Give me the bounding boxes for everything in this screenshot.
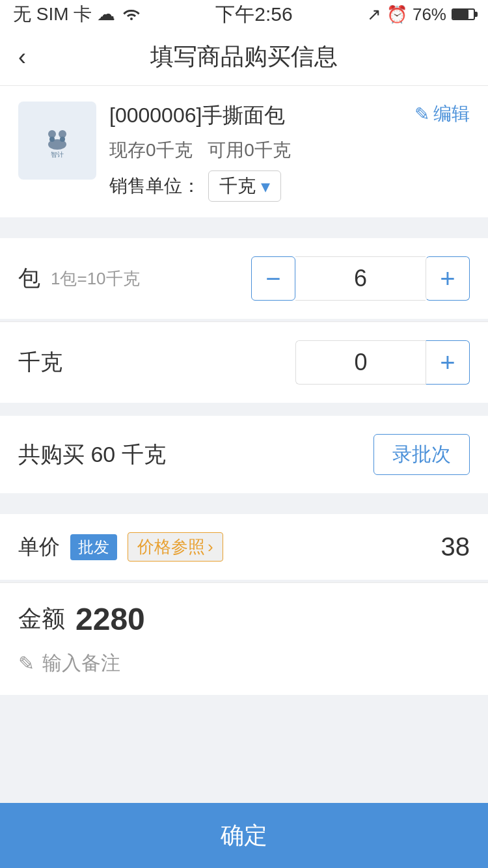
quantity-pack-section: 包 1包=10千克 − + xyxy=(0,238,488,319)
amount-label: 金额 xyxy=(18,603,65,635)
pack-label: 包 1包=10千克 xyxy=(18,264,140,293)
edit-icon: ✎ xyxy=(414,103,429,125)
kg-quantity-control: + xyxy=(295,340,470,385)
sim-status: 无 SIM 卡 ☁ xyxy=(13,2,115,27)
battery-icon xyxy=(452,8,475,20)
product-section: 智计 [0000006]手撕面包 现存0千克 可用0千克 销售单位： 千克 ▾ … xyxy=(0,86,488,217)
amount-section: 金额 2280 ✎ 输入备注 xyxy=(0,583,488,695)
price-reference-button[interactable]: 价格参照 › xyxy=(128,532,223,562)
section-divider-3 xyxy=(0,504,488,514)
batch-button[interactable]: 录批次 xyxy=(373,434,470,475)
quantity-kg-section: 千克 + xyxy=(0,322,488,403)
price-row: 单价 批发 价格参照 › 38 xyxy=(18,532,470,562)
chevron-right-icon: › xyxy=(208,537,213,557)
kg-quantity-input[interactable] xyxy=(295,340,426,385)
confirm-bar[interactable]: 确定 xyxy=(0,803,488,868)
alarm-icon: ⏰ xyxy=(386,5,407,25)
nav-bar: ‹ 填写商品购买信息 xyxy=(0,29,488,86)
status-bar: 无 SIM 卡 ☁ 下午2:56 ↗ ⏰ 76% xyxy=(0,0,488,29)
section-divider-2 xyxy=(0,405,488,416)
price-section: 单价 批发 价格参照 › 38 xyxy=(0,514,488,580)
pack-decrement-button[interactable]: − xyxy=(251,256,295,301)
price-batch-tag: 批发 xyxy=(70,534,117,560)
pack-hint: 1包=10千克 xyxy=(51,267,140,290)
section-divider-1 xyxy=(0,228,488,238)
pack-quantity-control: − + xyxy=(251,256,470,301)
pack-increment-button[interactable]: + xyxy=(426,256,470,301)
note-row[interactable]: ✎ 输入备注 xyxy=(18,650,470,677)
back-button[interactable]: ‹ xyxy=(18,44,26,71)
svg-point-3 xyxy=(49,137,55,142)
dropdown-icon: ▾ xyxy=(261,176,270,197)
battery-level: 76% xyxy=(413,5,446,25)
page-title: 填写商品购买信息 xyxy=(150,41,338,73)
product-stock: 现存0千克 可用0千克 xyxy=(109,138,470,163)
wifi-icon xyxy=(122,4,141,25)
confirm-button[interactable]: 确定 xyxy=(221,820,267,852)
unit-selector[interactable]: 千克 ▾ xyxy=(208,170,281,202)
status-left: 无 SIM 卡 ☁ xyxy=(13,2,141,27)
summary-section: 共购买 60 千克 录批次 xyxy=(0,416,488,493)
status-right: ↗ ⏰ 76% xyxy=(367,5,475,25)
quantity-pack-row: 包 1包=10千克 − + xyxy=(18,238,470,319)
kg-increment-button[interactable]: + xyxy=(426,340,470,385)
svg-point-4 xyxy=(60,137,65,142)
quantity-kg-row: 千克 + xyxy=(18,322,470,403)
status-time: 下午2:56 xyxy=(215,1,292,28)
pack-quantity-input[interactable] xyxy=(295,256,426,301)
price-label: 单价 xyxy=(18,533,60,562)
amount-row: 金额 2280 xyxy=(18,601,470,637)
edit-button[interactable]: ✎ 编辑 xyxy=(414,102,470,126)
product-thumbnail: 智计 xyxy=(18,102,96,180)
amount-value: 2280 xyxy=(75,601,145,637)
note-icon: ✎ xyxy=(18,652,34,675)
price-value: 38 xyxy=(441,532,470,562)
note-placeholder: 输入备注 xyxy=(42,650,120,677)
summary-text: 共购买 60 千克 xyxy=(18,440,166,470)
kg-label: 千克 xyxy=(18,347,62,377)
svg-text:智计: 智计 xyxy=(51,151,64,158)
location-icon: ↗ xyxy=(367,5,381,25)
product-unit-row: 销售单位： 千克 ▾ xyxy=(109,170,470,202)
